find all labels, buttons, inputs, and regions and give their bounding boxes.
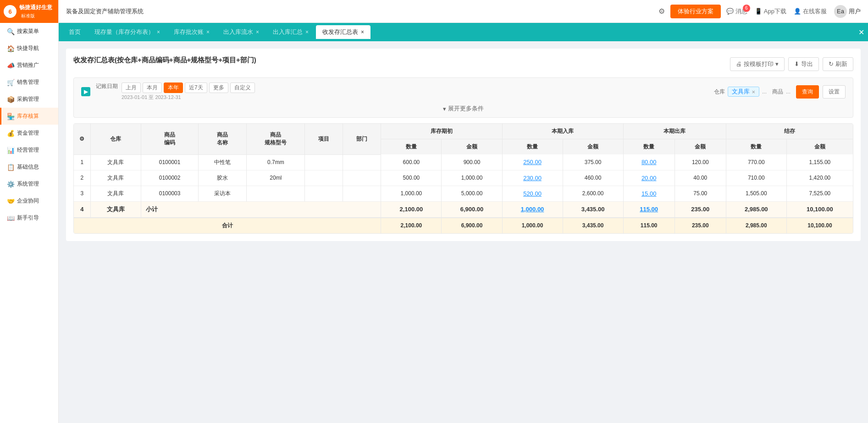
user-label: 用户 xyxy=(849,7,861,16)
subtotal-label: 小计 xyxy=(141,201,381,218)
chevron-down-icon: ▾ xyxy=(443,105,446,112)
end-amt-header: 金额 xyxy=(786,139,853,155)
sidebar-nav: 🔍 搜索菜单 🏠 快捷导航 📣 营销推广 🛒 销售管理 📦 采购管理 🏪 库存核… xyxy=(0,23,58,423)
topbar: 装备及固定资产辅助管理系统 ⚙ 体验行业方案 💬 消息 6 📱 App下载 👤 … xyxy=(59,0,868,23)
main-area: 装备及固定资产辅助管理系统 ⚙ 体验行业方案 💬 消息 6 📱 App下载 👤 … xyxy=(59,0,868,423)
warehouse-tag-close[interactable]: × xyxy=(752,88,755,95)
tab-close-icon[interactable]: × xyxy=(157,29,160,35)
tab-inventory-dist[interactable]: 现存量（库存分布表） × xyxy=(88,25,166,39)
print-icon: 🖨 xyxy=(736,60,742,67)
app-download-btn[interactable]: 📱 App下载 xyxy=(755,7,786,16)
begin-amt-header: 金额 xyxy=(442,139,502,155)
sidebar-item-inventory[interactable]: 🏪 库存核算 xyxy=(0,108,58,125)
home-icon: 🏠 xyxy=(7,45,14,52)
code-col-header: 商品编码 xyxy=(141,124,199,154)
logo-line1: 畅捷通好生意 xyxy=(19,4,52,11)
sidebar-item-marketing[interactable]: 📣 营销推广 xyxy=(0,57,58,74)
sidebar-item-sales[interactable]: 🛒 销售管理 xyxy=(0,74,58,91)
row-in-amt: 460.00 xyxy=(563,170,623,186)
sidebar-item-purchase[interactable]: 📦 采购管理 xyxy=(0,91,58,108)
tab-close-icon[interactable]: × xyxy=(305,29,309,35)
begin-stock-header: 库存期初 xyxy=(381,124,502,139)
total-end-amt: 10,100.00 xyxy=(786,218,853,233)
message-btn[interactable]: 💬 消息 6 xyxy=(726,7,747,16)
row-out-qty[interactable]: 15.00 xyxy=(623,186,674,201)
sidebar-item-label: 基础信息 xyxy=(17,163,39,171)
row-in-qty[interactable]: 520.00 xyxy=(502,186,563,201)
page-card: 收发存汇总表(按仓库+商品编码+商品+规格型号+项目+部门) 🖨 按模板打印 ▾… xyxy=(66,49,861,241)
date-btn-this-month[interactable]: 本月 xyxy=(143,82,162,93)
subtotal-in-qty[interactable]: 1,000.00 xyxy=(502,201,563,218)
tab-close-active-icon[interactable]: × xyxy=(361,29,364,35)
tab-label: 库存批次账 xyxy=(174,28,204,36)
tab-inout-summary[interactable]: 出入库汇总 × xyxy=(266,25,315,39)
sidebar-item-system[interactable]: ⚙️ 系统管理 xyxy=(0,176,58,192)
row-no: 2 xyxy=(74,170,90,186)
subtotal-in-amt: 3,435.00 xyxy=(563,201,623,218)
settings-col-header[interactable]: ⚙ xyxy=(74,124,90,154)
subtotal-out-qty[interactable]: 115.00 xyxy=(623,201,674,218)
filter-expand-btn[interactable]: ▾ 展开更多条件 xyxy=(81,104,846,113)
filter-toggle-btn[interactable]: ▶ xyxy=(81,87,90,96)
row-in-qty[interactable]: 230.00 xyxy=(502,170,563,186)
system-icon: ⚙️ xyxy=(7,181,14,188)
print-btn[interactable]: 🖨 按模板打印 ▾ xyxy=(730,57,785,71)
row-begin-qty: 600.00 xyxy=(381,154,442,170)
sidebar-item-basic[interactable]: 📋 基础信息 xyxy=(0,159,58,176)
query-btn[interactable]: 查询 xyxy=(796,85,819,99)
sidebar-item-search[interactable]: 🔍 搜索菜单 xyxy=(0,23,58,40)
row-out-qty[interactable]: 80.00 xyxy=(623,154,674,170)
warehouse-more[interactable]: ... xyxy=(762,88,767,95)
sidebar-item-guide[interactable]: 📖 新手引导 xyxy=(0,209,58,226)
tab-collect-summary[interactable]: 收发存汇总表 × xyxy=(316,25,370,39)
date-btn-7days[interactable]: 近7天 xyxy=(185,82,207,93)
service-btn[interactable]: 👤 在线客服 xyxy=(794,7,827,16)
row-end-qty: 710.00 xyxy=(726,170,786,186)
experience-btn[interactable]: 体验行业方案 xyxy=(670,5,721,18)
total-in-amt: 3,435.00 xyxy=(563,218,623,233)
refresh-btn[interactable]: ↻ 刷新 xyxy=(823,57,853,71)
row-name: 胶水 xyxy=(199,170,247,186)
tab-home[interactable]: 首页 xyxy=(62,25,87,39)
sidebar-item-label: 库存核算 xyxy=(17,112,39,120)
marketing-icon: 📣 xyxy=(7,62,14,69)
row-end-qty: 1,505.00 xyxy=(726,186,786,201)
tab-inout-flow[interactable]: 出入库流水 × xyxy=(217,25,265,39)
sidebar-item-label: 系统管理 xyxy=(17,180,39,188)
date-btn-more[interactable]: 更多 xyxy=(209,82,228,93)
sidebar: 6 畅捷通好生意 标准版 🔍 搜索菜单 🏠 快捷导航 📣 营销推广 🛒 销售管理… xyxy=(0,0,59,423)
export-btn[interactable]: ⬇ 导出 xyxy=(788,57,819,71)
settings-btn[interactable]: 设置 xyxy=(823,85,846,99)
settings-gear-icon[interactable]: ⚙ xyxy=(658,7,665,16)
total-out-amt: 235.00 xyxy=(674,218,726,233)
system-name: 装备及固定资产辅助管理系统 xyxy=(66,7,653,16)
date-btn-custom[interactable]: 自定义 xyxy=(230,82,255,93)
product-more[interactable]: ... xyxy=(786,88,791,95)
in-qty-header: 数量 xyxy=(502,139,563,155)
row-begin-amt: 5,000.00 xyxy=(442,186,502,201)
sidebar-item-operation[interactable]: 📊 经营管理 xyxy=(0,142,58,159)
date-btn-last-month[interactable]: 上月 xyxy=(122,82,141,93)
user-avatar: Ea xyxy=(834,5,847,18)
sidebar-item-enterprise[interactable]: 🤝 企业协同 xyxy=(0,192,58,209)
sidebar-item-finance[interactable]: 💰 资金管理 xyxy=(0,125,58,142)
tab-close-icon[interactable]: × xyxy=(256,29,259,35)
close-all-tabs-icon[interactable]: ✕ xyxy=(858,28,864,37)
row-out-qty[interactable]: 20.00 xyxy=(623,170,674,186)
row-in-qty[interactable]: 250.00 xyxy=(502,154,563,170)
logo-icon: 6 xyxy=(4,5,17,18)
row-end-amt: 7,525.00 xyxy=(786,186,853,201)
user-menu[interactable]: Ea 用户 xyxy=(834,5,861,18)
subtotal-out-amt: 235.00 xyxy=(674,201,726,218)
sidebar-item-quick[interactable]: 🏠 快捷导航 xyxy=(0,40,58,57)
logo-tag: 标准版 xyxy=(19,12,37,20)
date-btn-this-year[interactable]: 本年 xyxy=(164,82,183,93)
data-table: ⚙ 仓库 商品编码 商品名称 商品规格型号 项目 部门 库存期初 本期入库 本期… xyxy=(73,123,853,234)
tab-batch[interactable]: 库存批次账 × xyxy=(167,25,216,39)
service-icon: 👤 xyxy=(794,8,801,15)
warehouse-tag[interactable]: 文具库 × xyxy=(728,87,759,97)
phone-icon: 📱 xyxy=(755,8,762,15)
tab-close-icon[interactable]: × xyxy=(206,29,210,35)
page-title: 收发存汇总表(按仓库+商品编码+商品+规格型号+项目+部门) xyxy=(73,56,256,65)
total-out-qty: 115.00 xyxy=(623,218,674,233)
